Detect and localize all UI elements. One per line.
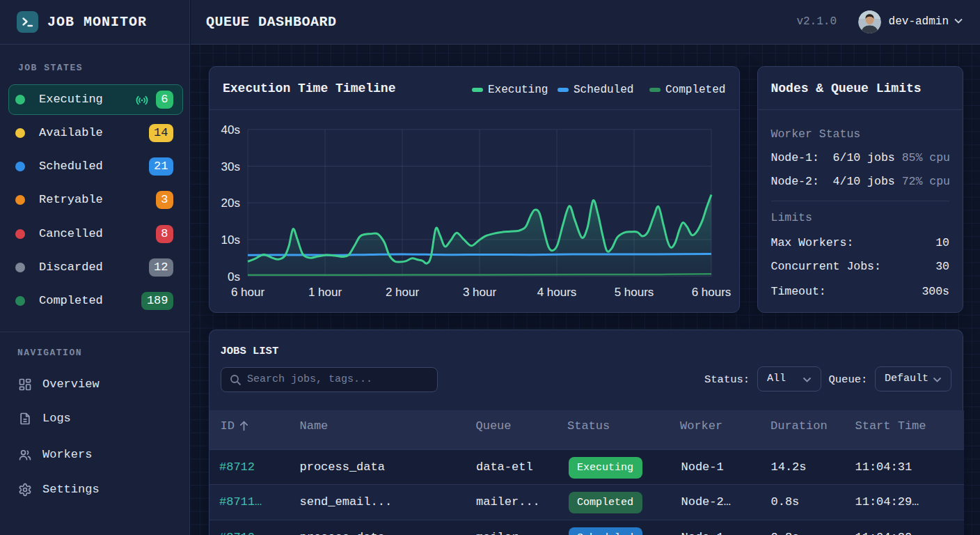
svg-text:2 hour: 2 hour (386, 286, 420, 299)
svg-text:30s: 30s (221, 160, 240, 173)
svg-text:20s: 20s (221, 196, 240, 210)
svg-text:6 hours: 6 hours (692, 286, 732, 299)
svg-text:0s: 0s (228, 270, 240, 284)
svg-text:10s: 10s (221, 233, 240, 247)
svg-text:6 hour: 6 hour (231, 286, 265, 299)
svg-text:4 hours: 4 hours (537, 286, 577, 299)
svg-text:40s: 40s (221, 123, 240, 137)
svg-text:5 hours: 5 hours (615, 286, 654, 299)
svg-text:1 hour: 1 hour (308, 286, 342, 299)
svg-text:3 hour: 3 hour (463, 286, 497, 299)
